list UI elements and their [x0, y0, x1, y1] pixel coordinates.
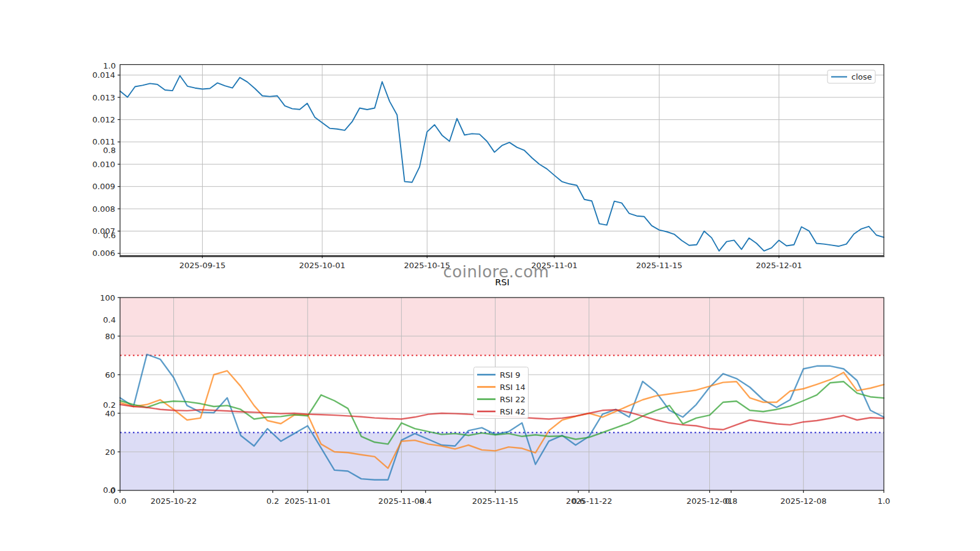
twin-xtick-label: 0.4 [419, 497, 432, 506]
rsi-band-1 [120, 433, 884, 491]
twin-xtick-label: 0.0 [114, 497, 127, 506]
rsi-ytick-label: 60 [105, 370, 115, 380]
price-ytick-label: 0.012 [92, 115, 115, 124]
price-xtick-label: 2025-11-15 [636, 261, 682, 270]
rsi-xtick-label: 2025-11-01 [284, 497, 331, 506]
price-ytick-label: 0.009 [92, 182, 115, 191]
twin-xtick-label: 0.6 [572, 497, 585, 506]
price-ytick-label: 0.008 [92, 204, 115, 214]
price-legend-label: close [851, 72, 872, 81]
price-xtick-label: 2025-10-01 [299, 261, 345, 270]
price-xtick-label: 2025-09-15 [179, 261, 226, 270]
rsi-band-0 [120, 298, 884, 356]
twin-xtick-label: 0.2 [266, 497, 279, 506]
rsi-xtick-label: 2025-12-08 [780, 497, 827, 506]
price-chart [118, 65, 884, 258]
price-ytick-label: 0.013 [92, 93, 115, 102]
figure: 0.0060.0070.0080.0090.0100.0110.0120.013… [0, 0, 980, 551]
price-spines [120, 65, 884, 256]
twin-ytick-label: 1.0 [103, 61, 116, 70]
price-ytick-label: 0.011 [92, 137, 115, 146]
price-xtick-label: 2025-12-01 [756, 261, 802, 270]
rsi-legend-label: RSI 22 [500, 395, 526, 404]
close-line [120, 76, 884, 251]
twin-ytick-label: 0.6 [103, 231, 116, 240]
gridlines [120, 65, 884, 256]
rsi-legend-label: RSI 9 [500, 370, 521, 380]
rsi-xtick-label: 2025-10-22 [151, 497, 197, 506]
rsi-ytick-label: 40 [105, 409, 115, 418]
rsi-xtick-label: 2025-11-15 [472, 497, 519, 506]
rsi-legend-label: RSI 42 [500, 407, 526, 416]
price-ytick-label: 0.010 [92, 160, 115, 169]
rsi-ytick-label: 20 [105, 448, 115, 457]
twin-ytick-label: 0.0 [103, 485, 116, 495]
rsi-xtick-label: 2025-11-08 [379, 497, 425, 506]
twin-xtick-label: 0.8 [725, 497, 737, 506]
rsi-ytick-label: 100 [100, 293, 115, 302]
twin-ytick-label: 0.2 [103, 400, 116, 410]
price-ytick-label: 0.006 [92, 249, 115, 258]
twin-xtick-label: 1.0 [878, 497, 891, 506]
twin-ytick-label: 0.8 [103, 146, 116, 155]
rsi-chart-title: RSI [495, 277, 510, 287]
rsi-legend-label: RSI 14 [500, 383, 526, 392]
rsi-ytick-label: 80 [105, 332, 115, 341]
twin-ytick-label: 0.4 [103, 315, 116, 324]
price-ytick-label: 0.014 [92, 70, 115, 80]
